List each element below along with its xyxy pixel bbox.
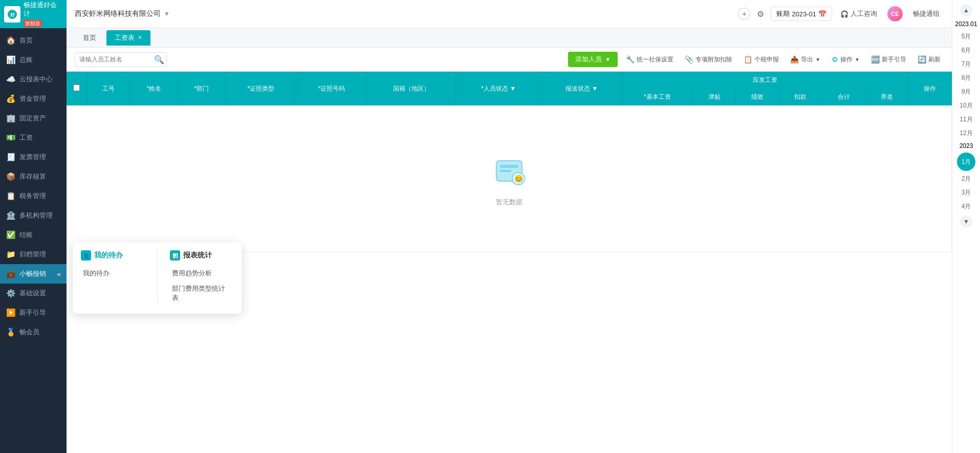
timeline-year-2023-header: 2023.01 [952, 18, 980, 30]
refresh-icon: 🔄 [918, 55, 926, 63]
svg-rect-4 [500, 170, 511, 172]
timeline-month-12[interactable]: 12月 [952, 126, 980, 140]
avatar-text: CE [891, 11, 899, 17]
timeline-month-8-label: 8月 [962, 74, 971, 81]
select-all-checkbox[interactable] [73, 84, 80, 91]
sidebar-item-basic[interactable]: ⚙️ 基础设置 [0, 284, 67, 303]
col-pension: 养老 [865, 89, 908, 105]
tab-salary-table[interactable]: 工资表 ✕ [106, 30, 150, 46]
timeline-month-11[interactable]: 11月 [952, 113, 980, 126]
sidebar-item-xiaochang[interactable]: 💼 小畅报销 ◀ [0, 264, 67, 284]
sidebar-item-guide[interactable]: ▶️ 新手引导 [0, 303, 67, 322]
sidebar-item-tax[interactable]: 📋 税务管理 [0, 186, 67, 206]
user-name: 畅捷通组 [913, 9, 940, 18]
sidebar-item-salary[interactable]: 💵 工资 [0, 128, 67, 147]
timeline-month-5[interactable]: 5月 [952, 30, 980, 44]
assets-icon: 🏢 [6, 114, 15, 123]
fund-icon: 💰 [6, 94, 15, 103]
tab-close-icon[interactable]: ✕ [138, 34, 142, 41]
timeline-prev-btn[interactable]: ▲ [960, 4, 972, 16]
refresh-btn[interactable]: 🔄 刷新 [914, 53, 944, 66]
export-icon: 📤 [790, 55, 799, 63]
tabs-bar: 首页 工资表 ✕ [67, 28, 952, 48]
support-label: 人工咨询 [851, 9, 877, 18]
timeline-month-1[interactable]: 1月 [957, 153, 975, 171]
col-id-number: *证照号码 [296, 72, 367, 105]
sidebar-item-archive[interactable]: 📁 归档管理 [0, 245, 67, 264]
export-btn[interactable]: 📤 导出 ▼ [787, 53, 823, 66]
settings-icon[interactable]: ⚙ [754, 8, 767, 20]
search-input[interactable] [79, 56, 151, 63]
popup-section: 👤 我的待办 我的待办 📊 报表统计 [81, 250, 233, 306]
popup-col1-title: 👤 我的待办 [81, 250, 145, 261]
social-insurance-btn[interactable]: 🔧 统一社保设置 [623, 53, 677, 66]
sidebar-item-ledger[interactable]: 📊 总账 [0, 50, 67, 70]
col-performance: 绩效 [736, 89, 779, 105]
svg-rect-3 [500, 165, 518, 168]
sidebar-item-invoice[interactable]: 🧾 发票管理 [0, 147, 67, 167]
add-person-button[interactable]: 添加人员 ▼ [568, 52, 618, 67]
timeline-month-2[interactable]: 2月 [952, 172, 980, 186]
col-employee-id: 工号 [87, 72, 130, 105]
social-insurance-icon: 🔧 [626, 55, 635, 63]
period-badge[interactable]: 账期 2023-01 📅 [771, 7, 832, 21]
popup-dept-expense[interactable]: 部门费用类型统计表 [170, 281, 234, 306]
sidebar-label-multi: 多机构管理 [19, 211, 53, 220]
sidebar-item-multi[interactable]: 🏦 多机构管理 [0, 206, 67, 225]
sidebar-item-fund[interactable]: 💰 资金管理 [0, 89, 67, 109]
timeline-month-12-label: 12月 [960, 130, 972, 137]
tab-home-label: 首页 [83, 33, 96, 42]
sidebar-item-home[interactable]: 🏠 首页 [0, 31, 67, 50]
special-deduction-label: 专项附加扣除 [695, 55, 732, 64]
tax-report-btn[interactable]: 📋 个税申报 [741, 53, 782, 66]
toolbar: 🔍 添加人员 ▼ 🔧 统一社保设置 📎 专项附加扣除 📋 个税申报 [67, 48, 952, 72]
basic-icon: ⚙️ [6, 289, 15, 298]
sidebar-label-cloud: 云报表中心 [19, 75, 53, 84]
support-button[interactable]: 🎧 人工咨询 [836, 7, 881, 20]
popup-todo-item[interactable]: 我的待办 [81, 266, 145, 281]
multi-icon: 🏦 [6, 211, 15, 220]
timeline-month-8[interactable]: 8月 [952, 71, 980, 85]
sidebar-label-guide: 新手引导 [19, 308, 46, 317]
timeline-month-10[interactable]: 10月 [952, 99, 980, 113]
sidebar-item-cloud[interactable]: ☁️ 云报表中心 [0, 70, 67, 89]
timeline-month-7[interactable]: 7月 [952, 57, 980, 71]
sidebar-item-inventory[interactable]: 📦 库存核算 [0, 167, 67, 186]
member-icon: 🏅 [6, 328, 15, 337]
username-label[interactable]: 畅捷通组 [909, 7, 944, 20]
timeline-month-6[interactable]: 6月 [952, 44, 980, 57]
timeline-month-9-label: 9月 [962, 88, 971, 95]
sidebar-label-archive: 归档管理 [19, 250, 46, 259]
timeline-month-3[interactable]: 3月 [952, 186, 980, 200]
sidebar-label-home: 首页 [19, 36, 33, 45]
invoice-icon: 🧾 [6, 153, 15, 162]
timeline-next-btn[interactable]: ▼ [960, 215, 972, 228]
new-guide-btn[interactable]: 🆕 新手引导 [868, 53, 909, 66]
popup-col-report: 📊 报表统计 费用趋势分析 部门费用类型统计表 [170, 250, 234, 306]
refresh-label: 刷新 [928, 55, 941, 64]
avatar[interactable]: CE [887, 6, 903, 21]
special-deduction-btn[interactable]: 📎 专项附加扣除 [682, 53, 735, 66]
svg-text:😊: 😊 [514, 175, 523, 183]
sidebar-item-settle[interactable]: ✅ 结账 [0, 225, 67, 245]
timeline-month-9[interactable]: 9月 [952, 85, 980, 99]
operation-btn[interactable]: ⚙ 操作 ▼ [829, 53, 863, 66]
svg-text:📊: 📊 [172, 253, 178, 259]
popup-expense-trend[interactable]: 费用趋势分析 [170, 266, 234, 281]
sidebar-item-assets[interactable]: 🏢 固定资产 [0, 109, 67, 128]
timeline-month-3-label: 3月 [962, 189, 971, 196]
search-input-wrap[interactable]: 🔍 [75, 52, 167, 67]
timeline-year-label: 2023.01 [955, 20, 977, 28]
logo-icon: 好 [4, 6, 20, 23]
app-logo: 好 畅捷通好会计 旗舰版 [0, 0, 67, 28]
tab-home[interactable]: 首页 [75, 30, 104, 46]
company-selector[interactable]: 西安虾米网络科技有限公司 ▼ [75, 9, 734, 18]
sidebar-item-member[interactable]: 🏅 畅会员 [0, 322, 67, 342]
guide-icon: ▶️ [6, 308, 15, 317]
headset-icon: 🎧 [840, 10, 848, 18]
empty-text: 暂无数据 [496, 198, 522, 207]
popup-todo-label: 我的待办 [83, 269, 110, 277]
add-company-button[interactable]: + [738, 8, 750, 20]
timeline-month-4[interactable]: 4月 [952, 200, 980, 213]
col-base-salary: *基本工资 [622, 89, 692, 105]
